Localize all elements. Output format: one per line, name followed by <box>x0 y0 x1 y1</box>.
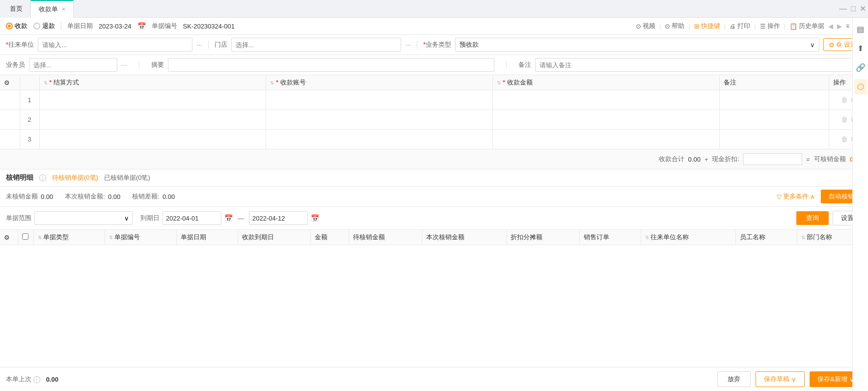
gear-settings-icon: ⚙ <box>829 41 835 49</box>
date-label: 单据日期 <box>67 22 93 30</box>
partner-more-icon[interactable]: ··· <box>196 41 202 49</box>
summary-input[interactable] <box>168 58 495 72</box>
discount-label: 现金折扣: <box>712 155 739 164</box>
bt-col-doc-no: ⇅ 单据编号 <box>105 230 177 245</box>
row1-note[interactable] <box>720 90 829 110</box>
info-icon[interactable]: i <box>39 174 46 181</box>
date-from-icon[interactable]: 📅 <box>224 214 233 222</box>
staff-input[interactable] <box>29 58 117 72</box>
keyboard-icon: ⊞ <box>694 23 700 30</box>
date-to-input[interactable] <box>249 211 308 225</box>
filter-icon: ▽ <box>777 193 782 200</box>
unverified-amount: 未核销金额 0.00 <box>6 192 53 201</box>
total-label: 收款合计 <box>659 155 684 164</box>
partner-label: *往来单位 <box>6 40 34 49</box>
row1-payment[interactable] <box>39 90 266 110</box>
bt-col-setting[interactable]: ⚙ <box>0 230 18 245</box>
row1-amount[interactable] <box>493 90 720 110</box>
tab-current[interactable]: 收款单 × <box>30 0 74 18</box>
range-label: 单据范围 <box>6 214 31 223</box>
radio-receipt[interactable]: 收款 <box>6 22 27 30</box>
row2-delete-icon[interactable]: 🗑 <box>841 115 848 124</box>
row3-amount[interactable] <box>493 130 720 149</box>
bt-col-discount: 折扣分摊额 <box>507 230 580 245</box>
staff-more-icon[interactable]: ··· <box>121 61 127 69</box>
due-date-label: 到期日 <box>140 214 160 223</box>
row2-amount[interactable] <box>493 110 720 130</box>
row2-payment[interactable] <box>39 110 266 130</box>
row2-account[interactable] <box>266 110 493 130</box>
sidebar-table-icon[interactable]: ▤ <box>854 22 867 37</box>
row2-note[interactable] <box>720 110 829 130</box>
video-btn[interactable]: ⊙ 视频 <box>636 22 655 30</box>
save-draft-chevron-icon: ∨ <box>791 376 796 383</box>
filter-area: 单据范围 ∨ 到期日 📅 — 📅 查询 设置 <box>0 207 868 230</box>
verified-tab[interactable]: 已核销单据(0笔) <box>104 173 150 182</box>
save-draft-button[interactable]: 保存草稿 ∨ <box>756 371 805 387</box>
sidebar-upload-icon[interactable]: ⬆ <box>854 41 867 56</box>
select-all-checkbox[interactable] <box>22 233 28 240</box>
shortcut-btn[interactable]: ⊞ 快捷键 <box>694 22 720 30</box>
table-row: 2 🗑 ⧉ <box>0 110 868 130</box>
date-from-input[interactable] <box>163 211 221 225</box>
print-btn[interactable]: 🖨 打印 <box>730 22 750 30</box>
tab-bar: 首页 收款单 × — □ ✕ <box>0 0 868 18</box>
note-input[interactable] <box>535 58 862 72</box>
radio-refund-label: 退款 <box>42 22 55 30</box>
play-icon: ⊙ <box>636 23 641 30</box>
tab-home[interactable]: 首页 <box>2 0 30 18</box>
minimize-icon[interactable]: — <box>839 4 847 13</box>
store-more-icon[interactable]: ··· <box>405 41 411 49</box>
nav-right-icon[interactable]: ▶ <box>837 23 842 30</box>
pending-tab[interactable]: 待核销单据(0笔) <box>52 173 98 182</box>
table-gear-icon[interactable]: ⚙ <box>4 79 10 86</box>
question-icon: ⊙ <box>665 23 670 30</box>
form-row-1: *往来单位 ··· 门店 ··· *业务类型 预收款 ∨ ⚙ ⚙ 设置 <box>0 35 868 55</box>
summary-row: 收款合计 0.00 + 现金折扣: = 可核销金额 0.00 <box>0 149 868 169</box>
date-to-icon[interactable]: 📅 <box>311 214 319 222</box>
sidebar-link-icon[interactable]: 🔗 <box>853 60 868 75</box>
row3-setting <box>0 130 20 149</box>
bt-gear-icon[interactable]: ⚙ <box>4 234 10 241</box>
col-setting[interactable]: ⚙ <box>0 75 20 90</box>
divider3 <box>417 41 417 49</box>
row1-account[interactable] <box>266 90 493 110</box>
range-select[interactable]: ∨ <box>34 211 133 225</box>
table-row: 3 🗑 ⧉ <box>0 130 868 149</box>
row1-delete-icon[interactable]: 🗑 <box>841 96 848 104</box>
date-icon[interactable]: 📅 <box>137 22 146 30</box>
history-btn[interactable]: 📋 历史单据 <box>789 22 824 30</box>
store-input[interactable] <box>231 38 401 52</box>
action-btn[interactable]: ☰ 操作 <box>760 22 780 30</box>
toolbar-right: ⊙ 视频 | ⊙ 帮助 | ⊞ 快捷键 | 🖨 打印 | ☰ 操作 <box>636 22 862 30</box>
summary-field: 摘要 <box>151 58 495 72</box>
row3-payment[interactable] <box>39 130 266 149</box>
number-label: 单据编号 <box>152 22 177 30</box>
footer-info-icon[interactable]: i <box>33 376 40 383</box>
row3-account[interactable] <box>266 130 493 149</box>
business-select[interactable]: 预收款 ∨ <box>455 38 819 52</box>
discount-input[interactable] <box>743 153 802 165</box>
help-btn[interactable]: ⊙ 帮助 <box>665 22 684 30</box>
close-icon[interactable]: ✕ <box>860 4 866 13</box>
row3-note[interactable] <box>720 130 829 149</box>
query-button[interactable]: 查询 <box>796 211 829 225</box>
due-date-field: 到期日 📅 — 📅 <box>140 211 319 225</box>
row3-delete-icon[interactable]: 🗑 <box>841 135 848 143</box>
list-view-icon[interactable]: ≡ <box>846 23 849 29</box>
range-chevron-icon: ∨ <box>124 215 129 222</box>
abandon-button[interactable]: 放弃 <box>717 371 751 387</box>
tab-close-icon[interactable]: × <box>62 6 65 13</box>
current-value: 0.00 <box>46 376 58 383</box>
table-row: 1 🗑 ⧉ <box>0 90 868 110</box>
maximize-icon[interactable]: □ <box>851 4 856 13</box>
nav-left-icon[interactable]: ◀ <box>828 23 833 30</box>
bt-col-checkbox[interactable] <box>18 230 33 245</box>
sidebar-camera-icon[interactable]: ⬡ <box>854 79 867 94</box>
more-conditions-btn[interactable]: ▽ 更多条件 ∧ <box>777 192 815 201</box>
verification-header: 核销明细 i 待核销单据(0笔) 已核销单据(0笔) <box>0 169 868 187</box>
bt-col-doc-date: 单据日期 <box>176 230 238 245</box>
total-value: 0.00 <box>688 156 701 163</box>
partner-input[interactable] <box>38 38 192 52</box>
radio-refund[interactable]: 退款 <box>33 22 55 30</box>
